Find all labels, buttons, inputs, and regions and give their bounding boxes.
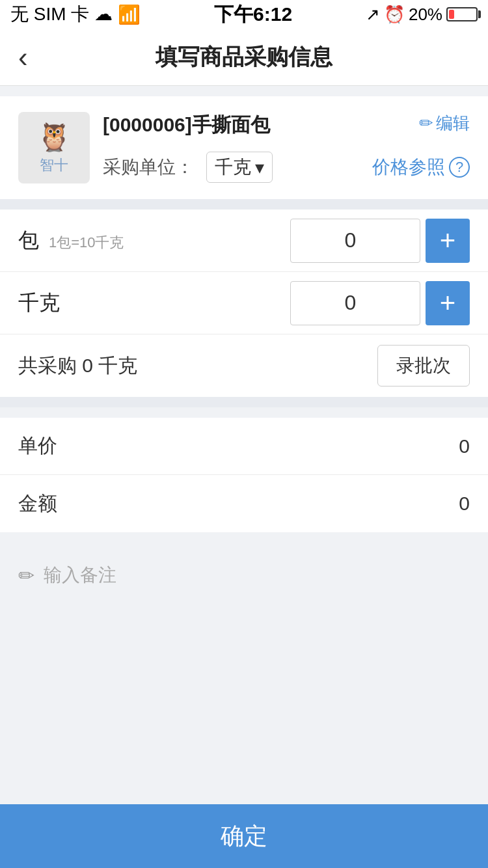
notes-placeholder: 输入备注 [44,563,116,588]
product-info: [0000006]手撕面包 ✏ 编辑 采购单位： 千克 ▾ 价格参照 ? [103,112,470,183]
edit-label: 编辑 [436,112,470,135]
total-amount: 0 [82,355,93,376]
edit-button[interactable]: ✏ 编辑 [419,112,470,135]
battery-icon [446,7,478,21]
batch-button[interactable]: 录批次 [377,345,470,387]
product-thumbnail: 🦉 智十 [18,112,90,183]
unit-field: 采购单位： 千克 ▾ [103,152,273,183]
kg-label: 千克 [18,291,60,314]
divider-2 [0,397,488,407]
unit-price-value: 0 [459,435,470,457]
kg-plus-button[interactable]: + [426,281,470,325]
amount-label: 金额 [18,491,57,517]
battery-fill [449,10,454,19]
sim-label: 无 SIM 卡 ☁ [10,2,113,27]
unit-price-row: 单价 0 [0,418,488,475]
edit-icon: ✏ [419,113,433,133]
product-name: [0000006]手撕面包 [103,112,419,139]
pencil-icon: ✏ [18,564,34,587]
nav-bar: ‹ 填写商品采购信息 [0,29,488,86]
package-input[interactable] [290,219,420,263]
product-logo-text: 智十 [40,156,68,175]
product-logo-icon: 🦉 [37,121,71,153]
notes-section[interactable]: ✏ 输入备注 [0,543,488,608]
confirm-label: 确定 [221,821,267,852]
total-unit: 千克 [98,355,137,376]
package-label: 包 [18,228,39,252]
battery-percent: 20% [409,5,442,25]
status-time: 下午6:12 [214,1,292,28]
unit-value: 千克 [215,155,251,180]
status-bar: 无 SIM 卡 ☁ 📶 下午6:12 ↗ ⏰ 20% [0,0,488,29]
unit-price-label: 单价 [18,433,57,459]
location-icon: ↗ [366,5,380,25]
total-label: 共采购 [18,355,77,376]
status-left: 无 SIM 卡 ☁ 📶 [10,2,141,27]
alarm-icon: ⏰ [384,5,405,25]
total-row: 共采购 0 千克 录批次 [0,334,488,397]
price-ref-button[interactable]: 价格参照 ? [372,155,470,180]
price-ref-label: 价格参照 [372,155,445,180]
package-sub-label: 1包=10千克 [49,234,124,251]
package-input-wrap: + [290,219,470,263]
package-row: 包 1包=10千克 + [0,210,488,272]
status-right: ↗ ⏰ 20% [366,5,478,25]
amount-value: 0 [459,493,470,515]
amount-row: 金额 0 [0,475,488,532]
total-text: 共采购 0 千克 [18,353,137,379]
back-button[interactable]: ‹ [18,43,28,72]
wifi-icon: 📶 [118,4,141,25]
form-section: 包 1包=10千克 + 千克 + 共采购 0 千克 录批次 [0,210,488,397]
kg-input-wrap: + [290,281,470,325]
product-card: 🦉 智十 [0000006]手撕面包 ✏ 编辑 采购单位： 千克 ▾ 价格参照 … [0,96,488,199]
kg-input[interactable] [290,281,420,325]
kg-row: 千克 + [0,272,488,334]
confirm-button[interactable]: 确定 [0,804,488,868]
unit-label: 采购单位： [103,157,194,177]
info-icon: ? [449,157,470,178]
price-info-section: 单价 0 金额 0 [0,418,488,532]
chevron-down-icon: ▾ [255,157,264,178]
page-title: 填写商品采购信息 [156,42,332,72]
package-plus-button[interactable]: + [426,219,470,263]
divider-1 [0,199,488,210]
unit-select[interactable]: 千克 ▾ [206,152,273,183]
